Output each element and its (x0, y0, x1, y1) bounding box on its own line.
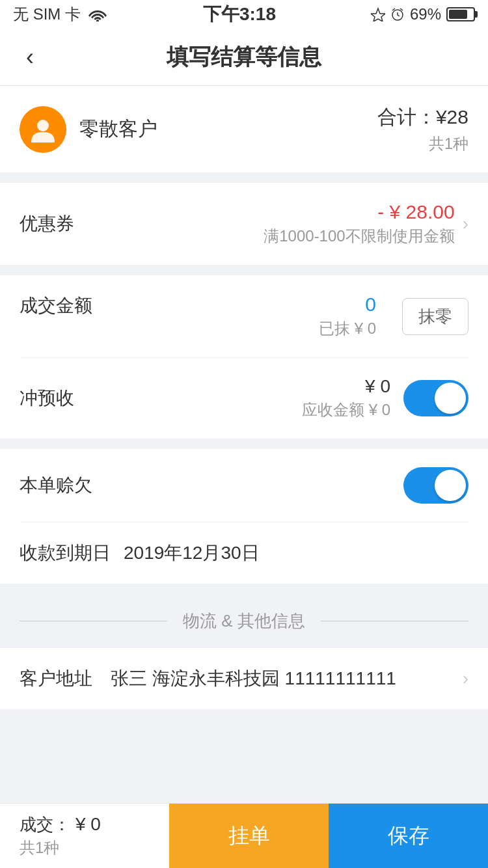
battery-percent: 69% (410, 5, 441, 23)
logistics-line-left (20, 621, 167, 621)
content-area: 零散客户 合计：¥28 共1种 优惠券 - ¥ 28.00 满1000-100不… (0, 86, 488, 798)
due-date-label: 收款到期日 (20, 541, 111, 565)
logistics-label: 物流 & 其他信息 (167, 610, 321, 632)
svg-point-2 (37, 120, 49, 131)
save-button[interactable]: 保存 (329, 804, 488, 868)
transaction-card: 成交金额 0 已抹 ¥ 0 抹零 冲预收 ¥ 0 应收金额 ¥ 0 (0, 275, 488, 439)
due-date-value: 2019年12月30日 (124, 541, 260, 565)
address-value: 张三 海淀永丰科技园 11111111111 (111, 666, 455, 691)
coupon-label: 优惠券 (20, 211, 98, 236)
coupon-discount: - ¥ 28.00 (377, 201, 454, 223)
deal-amount-col: 0 已抹 ¥ 0 (319, 293, 376, 339)
hangup-button[interactable]: 挂单 (169, 804, 329, 868)
credit-card: 本单赊欠 收款到期日 2019年12月30日 (0, 449, 488, 584)
status-left: 无 SIM 卡 (13, 4, 108, 25)
prepayment-toggle[interactable] (403, 380, 468, 416)
deal-amount-row: 成交金额 0 已抹 ¥ 0 抹零 (0, 275, 488, 357)
time-display: 下午3:18 (203, 2, 276, 27)
logistics-card: 物流 & 其他信息 客户地址 张三 海淀永丰科技园 11111111111 › (0, 594, 488, 709)
status-right: 69% (371, 5, 475, 23)
prepayment-value-area: ¥ 0 应收金额 ¥ 0 (302, 376, 390, 420)
battery-indicator (446, 7, 475, 21)
customer-avatar (20, 106, 66, 153)
due-date-row: 收款到期日 2019年12月30日 (0, 522, 488, 584)
customer-row: 零散客户 合计：¥28 共1种 (0, 86, 488, 172)
coupon-card: 优惠券 - ¥ 28.00 满1000-100不限制使用金额 › (0, 183, 488, 265)
bottom-count: 共1种 (20, 837, 150, 858)
logistics-line-right (321, 621, 468, 621)
person-icon (29, 115, 57, 144)
address-row[interactable]: 客户地址 张三 海淀永丰科技园 11111111111 › (0, 648, 488, 709)
page-title: 填写结算等信息 (167, 42, 321, 72)
credit-toggle[interactable] (403, 467, 468, 504)
sim-status: 无 SIM 卡 (13, 4, 81, 25)
round-off-button[interactable]: 抹零 (402, 298, 468, 335)
rounded-label: 已抹 ¥ 0 (319, 318, 376, 339)
deal-amount-label: 成交金额 (20, 293, 98, 318)
prepayment-label: 冲预收 (20, 386, 98, 411)
total-amount: 合计：¥28 (377, 104, 468, 131)
customer-left: 零散客户 (20, 106, 157, 153)
bottom-deal-amount: ¥ 0 (75, 814, 101, 835)
bottom-info: 成交： ¥ 0 共1种 (0, 813, 169, 858)
alarm-icon (390, 7, 405, 21)
bottom-deal-inline: 成交： ¥ 0 (20, 813, 150, 836)
coupon-chevron-icon: › (463, 213, 468, 234)
deal-amount-right: 0 已抹 ¥ 0 抹零 (319, 293, 468, 339)
location-icon (371, 7, 385, 21)
credit-toggle-knob (435, 470, 466, 501)
prepayment-row: 冲预收 ¥ 0 应收金额 ¥ 0 (0, 358, 488, 439)
prepayment-value: ¥ 0 (365, 376, 390, 397)
svg-point-0 (96, 20, 99, 21)
credit-row: 本单赊欠 (0, 449, 488, 522)
customer-name: 零散客户 (79, 116, 157, 142)
bottom-deal-label: 成交： (20, 813, 70, 836)
deal-amount-value: 0 (365, 293, 376, 316)
nav-bar: ‹ 填写结算等信息 (0, 29, 488, 86)
address-chevron-icon: › (463, 668, 468, 689)
customer-right: 合计：¥28 共1种 (377, 104, 468, 154)
coupon-value-area: - ¥ 28.00 满1000-100不限制使用金额 (264, 201, 454, 247)
coupon-desc: 满1000-100不限制使用金额 (264, 226, 454, 247)
wifi-icon (87, 7, 108, 21)
logistics-header: 物流 & 其他信息 (0, 594, 488, 648)
toggle-knob (435, 383, 466, 414)
coupon-row[interactable]: 优惠券 - ¥ 28.00 满1000-100不限制使用金额 › (0, 183, 488, 265)
bottom-bar: 成交： ¥ 0 共1种 挂单 保存 (0, 803, 488, 868)
address-label: 客户地址 (20, 666, 98, 691)
customer-card: 零散客户 合计：¥28 共1种 (0, 86, 488, 172)
receivable-label: 应收金额 ¥ 0 (302, 400, 390, 420)
total-count: 共1种 (377, 133, 468, 154)
back-button[interactable]: ‹ (20, 37, 40, 77)
coupon-right: - ¥ 28.00 满1000-100不限制使用金额 › (264, 201, 468, 247)
prepayment-right: ¥ 0 应收金额 ¥ 0 (302, 376, 468, 420)
status-bar: 无 SIM 卡 下午3:18 69% (0, 0, 488, 29)
credit-label: 本单赊欠 (20, 473, 98, 498)
